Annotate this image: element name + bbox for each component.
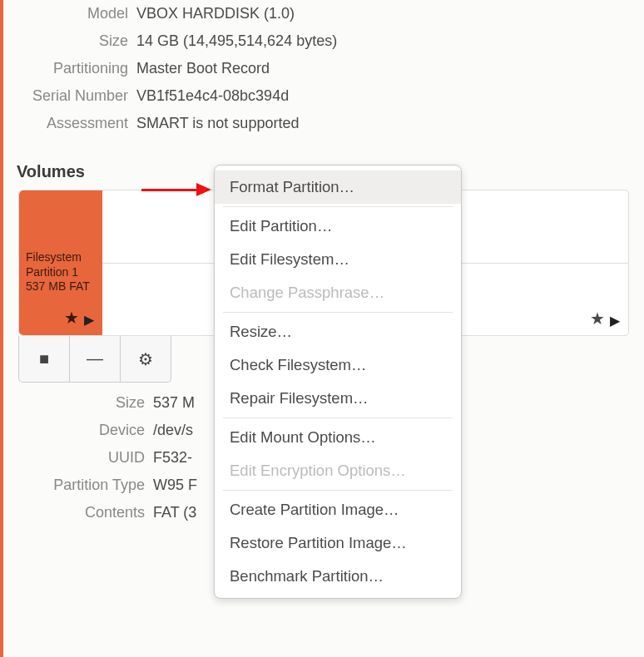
- assessment-value: SMART is not supported: [136, 115, 299, 132]
- d-uuid-value: F532-: [153, 449, 192, 467]
- serial-label: Serial Number: [3, 87, 136, 105]
- serial-value: VB1f51e4c4-08bc394d: [136, 87, 289, 105]
- d-size-value: 537 M: [153, 394, 195, 412]
- menu-separator: [223, 490, 453, 491]
- partition-line3: 537 MB FAT: [26, 279, 102, 294]
- menu-check-filesystem[interactable]: Check Filesystem…: [215, 348, 461, 382]
- partition-line1: Filesystem: [26, 250, 102, 265]
- d-ptype-value: W95 F: [153, 477, 197, 494]
- d-ptype-label: Partition Type: [3, 477, 153, 494]
- d-device-value: /dev/s: [153, 422, 193, 439]
- minus-button[interactable]: —: [70, 336, 121, 382]
- volume-toolbar: ■ — ⚙: [18, 336, 171, 383]
- menu-edit-mount[interactable]: Edit Mount Options…: [215, 421, 461, 454]
- star-icon: ★: [64, 308, 79, 328]
- menu-benchmark[interactable]: Benchmark Partition…: [215, 560, 461, 593]
- size-label: Size: [3, 32, 136, 50]
- partitioning-label: Partitioning: [3, 60, 136, 77]
- model-label: Model: [3, 5, 136, 22]
- menu-format-partition[interactable]: Format Partition…: [215, 170, 461, 204]
- stop-button[interactable]: ■: [19, 336, 70, 382]
- menu-edit-encryption: Edit Encryption Options…: [215, 454, 461, 487]
- play-icon: ▶: [610, 313, 620, 328]
- star-icon: ★: [590, 309, 605, 328]
- menu-edit-filesystem[interactable]: Edit Filesystem…: [215, 243, 461, 276]
- menu-separator: [223, 206, 453, 207]
- gear-button[interactable]: ⚙: [121, 336, 171, 382]
- size-value: 14 GB (14,495,514,624 bytes): [136, 32, 337, 50]
- play-icon: ▶: [84, 312, 94, 328]
- menu-separator: [223, 312, 453, 313]
- menu-resize[interactable]: Resize…: [215, 315, 461, 348]
- menu-restore-image[interactable]: Restore Partition Image…: [215, 526, 461, 560]
- red-arrow: [141, 185, 211, 195]
- partition-line2: Partition 1: [26, 265, 102, 280]
- d-contents-label: Contents: [3, 504, 153, 521]
- d-size-label: Size: [3, 394, 153, 412]
- d-uuid-label: UUID: [3, 449, 153, 467]
- model-value: VBOX HARDDISK (1.0): [136, 5, 295, 22]
- menu-repair-filesystem[interactable]: Repair Filesystem…: [215, 382, 461, 415]
- menu-separator: [223, 417, 453, 418]
- partitioning-value: Master Boot Record: [136, 60, 270, 77]
- context-menu: Format Partition… Edit Partition… Edit F…: [214, 165, 462, 599]
- partition-1[interactable]: Filesystem Partition 1 537 MB FAT ★ ▶: [19, 190, 102, 335]
- menu-edit-partition[interactable]: Edit Partition…: [215, 210, 461, 243]
- d-device-label: Device: [3, 422, 153, 439]
- menu-create-image[interactable]: Create Partition Image…: [215, 493, 461, 526]
- assessment-label: Assessment: [3, 115, 136, 132]
- menu-change-passphrase: Change Passphrase…: [215, 276, 461, 309]
